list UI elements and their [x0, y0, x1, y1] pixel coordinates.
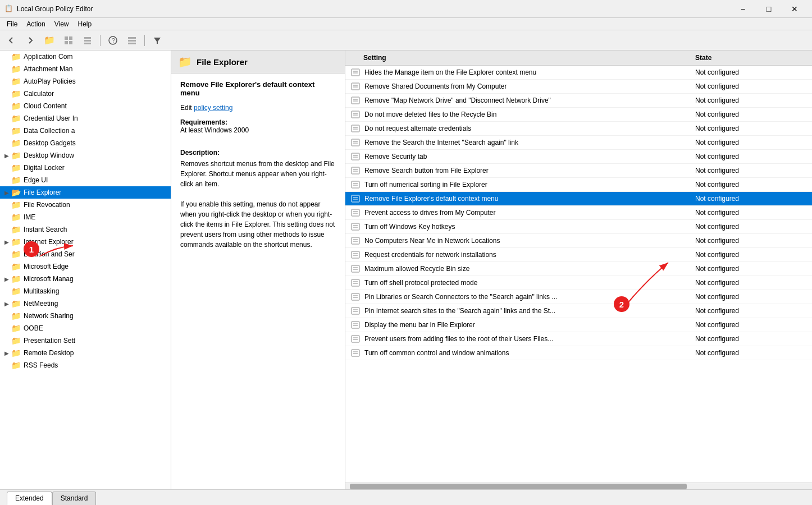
- setting-icon: [350, 278, 361, 287]
- sidebar-item-data-collection[interactable]: 📁 Data Collection a: [0, 125, 171, 137]
- tab-extended[interactable]: Extended: [7, 492, 52, 505]
- setting-name: Turn off numerical sorting in File Explo…: [364, 181, 695, 189]
- app-icon: 📋: [4, 4, 13, 13]
- sidebar-item-multitasking[interactable]: 📁 Multitasking: [0, 285, 171, 297]
- setting-row[interactable]: Turn off common control and window anima…: [345, 346, 812, 360]
- setting-icon: [350, 138, 361, 147]
- menu-action[interactable]: Action: [22, 19, 49, 29]
- setting-name: Prevent access to drives from My Compute…: [364, 209, 695, 217]
- edit-label: Edit: [180, 104, 192, 112]
- setting-row[interactable]: Remove "Map Network Drive" and "Disconne…: [345, 94, 812, 108]
- sidebar-item-digital-locker[interactable]: 📁 Digital Locker: [0, 162, 171, 174]
- folder-icon: 📂: [11, 188, 21, 197]
- sidebar-item-label: Calculator: [24, 90, 54, 98]
- sidebar-item-desktop-gadgets[interactable]: 📁 Desktop Gadgets: [0, 137, 171, 149]
- help-button[interactable]: ?: [104, 33, 122, 48]
- filter-button[interactable]: [148, 33, 166, 48]
- setting-row[interactable]: Prevent access to drives from My Compute…: [345, 206, 812, 220]
- sidebar-item-microsoft-manag[interactable]: ▶ 📁 Microsoft Manag: [0, 273, 171, 285]
- sidebar-item-label: Microsoft Edge: [24, 263, 69, 270]
- sidebar-item-location[interactable]: 📁 Location and Ser: [0, 248, 171, 260]
- sidebar-item-netmeeting[interactable]: ▶ 📁 NetMeeting: [0, 297, 171, 310]
- setting-row[interactable]: Turn off numerical sorting in File Explo…: [345, 178, 812, 192]
- show-standard-button[interactable]: [60, 33, 77, 48]
- sidebar-item-attachment-man[interactable]: 📁 Attachment Man: [0, 63, 171, 75]
- sidebar-item-calculator[interactable]: 📁 Calculator: [0, 88, 171, 100]
- setting-row[interactable]: Turn off shell protocol protected modeNo…: [345, 276, 812, 290]
- sidebar-item-application-com[interactable]: 📁 Application Com: [0, 50, 171, 63]
- setting-row[interactable]: Request credentials for network installa…: [345, 248, 812, 262]
- setting-row[interactable]: Hides the Manage item on the File Explor…: [345, 66, 812, 80]
- svg-rect-11: [128, 43, 136, 44]
- tab-standard[interactable]: Standard: [52, 492, 97, 505]
- extended-view-button[interactable]: [123, 33, 141, 48]
- sidebar-item-oobe[interactable]: 📁 OOBE: [0, 322, 171, 334]
- tree-expand-arrow: ▶: [2, 239, 11, 245]
- svg-rect-0: [65, 36, 68, 40]
- sidebar-item-internet-explorer[interactable]: ▶ 📁 Internet Explorer: [0, 236, 171, 248]
- middle-content: Remove File Explorer's default context m…: [171, 74, 345, 256]
- up-button[interactable]: 📁: [40, 33, 58, 48]
- sidebar-item-file-revocation[interactable]: 📁 File Revocation: [0, 199, 171, 211]
- svg-rect-49: [352, 237, 359, 244]
- sidebar-item-remote-desktop[interactable]: ▶ 📁 Remote Desktop: [0, 347, 171, 359]
- policy-link[interactable]: policy setting: [194, 104, 232, 112]
- setting-row[interactable]: Remove Search button from File ExplorerN…: [345, 164, 812, 178]
- sidebar-item-presentation-sett[interactable]: 📁 Presentation Sett: [0, 334, 171, 347]
- setting-row[interactable]: Pin Internet search sites to the "Search…: [345, 304, 812, 318]
- sidebar-item-network-sharing[interactable]: 📁 Network Sharing: [0, 310, 171, 322]
- horizontal-scrollbar[interactable]: [345, 483, 812, 489]
- back-button[interactable]: [2, 33, 20, 48]
- setting-row[interactable]: Remove Security tabNot configured: [345, 150, 812, 164]
- description-section: Description: Removes shortcut menus from…: [180, 149, 336, 250]
- setting-row[interactable]: Remove the Search the Internet "Search a…: [345, 136, 812, 150]
- sidebar-item-label: Internet Explorer: [24, 238, 74, 246]
- description-text: Removes shortcut menus from the desktop …: [180, 159, 336, 250]
- sidebar-item-instant-search[interactable]: 📁 Instant Search: [0, 223, 171, 236]
- sidebar-item-credential[interactable]: 📁 Credential User In: [0, 112, 171, 125]
- setting-icon: [350, 250, 361, 259]
- setting-row[interactable]: Maximum allowed Recycle Bin sizeNot conf…: [345, 262, 812, 276]
- setting-name: Remove Shared Documents from My Computer: [364, 82, 695, 90]
- setting-name: Turn off common control and window anima…: [364, 349, 695, 357]
- setting-row[interactable]: Pin Libraries or Search Connectors to th…: [345, 290, 812, 304]
- sidebar-item-label: Edge UI: [24, 176, 48, 184]
- sidebar-item-autoplay[interactable]: 📁 AutoPlay Policies: [0, 75, 171, 88]
- forward-button[interactable]: [21, 33, 39, 48]
- sidebar-item-rss-feeds[interactable]: 📁 RSS Feeds: [0, 359, 171, 371]
- setting-row[interactable]: Prevent users from adding files to the r…: [345, 332, 812, 346]
- setting-state: Not configured: [695, 251, 808, 259]
- maximize-button[interactable]: □: [756, 0, 782, 18]
- setting-icon: [350, 152, 361, 161]
- sidebar-item-microsoft-edge[interactable]: 📁 Microsoft Edge: [0, 260, 171, 273]
- menu-view[interactable]: View: [50, 19, 74, 29]
- folder-icon: 📁: [11, 139, 21, 148]
- sidebar-item-file-explorer[interactable]: ▶ 📂 File Explorer: [0, 186, 171, 199]
- sidebar-item-label: NetMeeting: [24, 300, 58, 307]
- close-button[interactable]: ✕: [782, 0, 808, 18]
- svg-rect-5: [84, 40, 91, 42]
- setting-name: Remove Search button from File Explorer: [364, 167, 695, 175]
- setting-row[interactable]: No Computers Near Me in Network Location…: [345, 234, 812, 248]
- setting-row[interactable]: Turn off Windows Key hotkeysNot configur…: [345, 220, 812, 234]
- setting-row[interactable]: Remove File Explorer's default context m…: [345, 192, 812, 206]
- content-area: 📁 Application Com 📁 Attachment Man 📁 Aut…: [0, 50, 812, 489]
- setting-row[interactable]: Remove Shared Documents from My Computer…: [345, 80, 812, 94]
- sidebar-item-edge-ui[interactable]: 📁 Edge UI: [0, 174, 171, 186]
- show-all-button[interactable]: [79, 33, 97, 48]
- setting-row[interactable]: Do not move deleted files to the Recycle…: [345, 108, 812, 122]
- sidebar-item-label: Desktop Gadgets: [24, 139, 76, 147]
- edit-section: Edit policy setting: [180, 104, 336, 112]
- sidebar-item-cloud-content[interactable]: 📁 Cloud Content: [0, 100, 171, 112]
- menu-file[interactable]: File: [2, 19, 22, 29]
- setting-state: Not configured: [695, 265, 808, 273]
- svg-rect-70: [352, 336, 359, 342]
- sidebar-item-ime[interactable]: 📁 IME: [0, 211, 171, 223]
- setting-row[interactable]: Do not request alternate credentialsNot …: [345, 122, 812, 136]
- menu-help[interactable]: Help: [74, 19, 97, 29]
- sidebar-item-desktop-window[interactable]: ▶ 📁 Desktop Window: [0, 149, 171, 162]
- setting-row[interactable]: Display the menu bar in File ExplorerNot…: [345, 318, 812, 332]
- minimize-button[interactable]: −: [730, 0, 756, 18]
- tree-expand-arrow: ▶: [2, 350, 11, 356]
- sidebar-item-label: Instant Search: [24, 226, 67, 233]
